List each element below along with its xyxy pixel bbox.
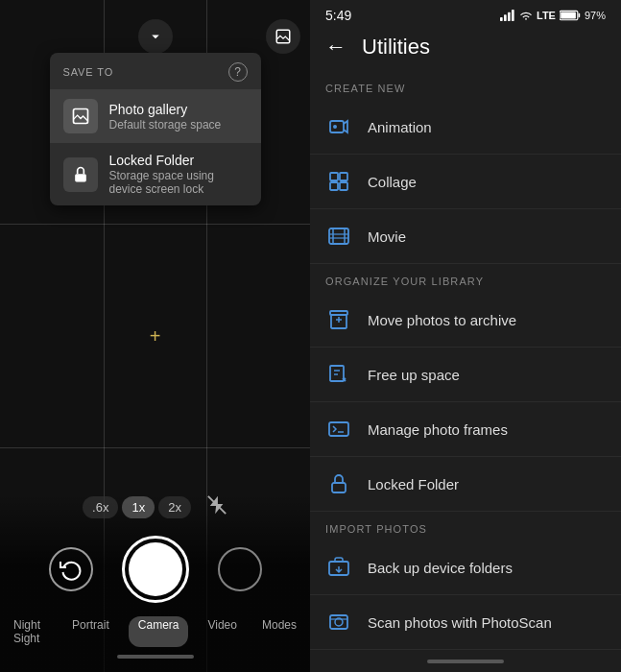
locked-folder-icon (63, 157, 98, 192)
zoom-1x-btn[interactable]: 1x (122, 496, 155, 518)
utility-movie[interactable]: Movie (310, 209, 621, 264)
camera-viewfinder: + (0, 0, 310, 672)
utility-archive[interactable]: Move photos to archive (310, 293, 621, 348)
shutter-button[interactable] (122, 536, 189, 603)
rotate-btn[interactable] (49, 547, 93, 591)
utilities-header: ← Utilities (310, 27, 621, 71)
utility-animation[interactable]: Animation (310, 100, 621, 155)
locked-label: Locked Folder (368, 476, 459, 492)
section-create-new-label: CREATE NEW (310, 71, 621, 100)
save-to-header: SAVE TO ? (50, 53, 261, 89)
svg-point-12 (333, 125, 337, 129)
section-organize-label: ORGANIZE YOUR LIBRARY (310, 264, 621, 293)
photoscan-label: Scan photos with PhotoScan (368, 614, 552, 631)
animation-icon (325, 113, 352, 140)
collage-label: Collage (368, 174, 417, 190)
mode-portrait[interactable]: Portrait (66, 616, 115, 647)
save-to-dropdown: SAVE TO ? Photo gallery Default storage … (50, 53, 261, 205)
shutter-inner (129, 542, 182, 596)
save-to-help-btn[interactable]: ? (228, 62, 248, 82)
utilities-title: Utilities (362, 35, 430, 60)
camera-bottom: .6x 1x 2x (0, 494, 310, 672)
svg-rect-4 (500, 17, 503, 21)
flash-off-icon[interactable] (206, 494, 227, 520)
svg-rect-28 (330, 615, 347, 629)
svg-rect-5 (504, 14, 507, 21)
utility-freeup[interactable]: Free up space (310, 348, 621, 402)
back-button[interactable]: ← (325, 36, 346, 58)
backup-label: Back up device folders (368, 560, 513, 576)
utility-collage[interactable]: Collage (310, 155, 621, 209)
svg-rect-6 (508, 12, 511, 21)
section-import-label: IMPORT PHOTOS (310, 512, 621, 540)
utility-locked[interactable]: Locked Folder (310, 457, 621, 512)
svg-rect-15 (330, 182, 338, 190)
frames-icon (325, 416, 352, 443)
circle-btn[interactable] (218, 547, 262, 591)
collage-icon (325, 168, 352, 195)
utilities-panel: 5:49 LTE 97% ← (310, 0, 621, 672)
movie-icon (325, 223, 352, 250)
svg-rect-13 (330, 173, 338, 180)
status-icons: LTE 97% (500, 10, 606, 21)
svg-rect-1 (73, 109, 87, 124)
status-bar: 5:49 LTE 97% (310, 0, 621, 27)
backup-icon (325, 554, 352, 581)
save-to-title: SAVE TO (63, 66, 114, 78)
svg-rect-25 (329, 422, 348, 436)
utility-backup[interactable]: Back up device folders (310, 540, 621, 595)
wifi-icon (519, 10, 533, 21)
archive-icon (325, 306, 352, 333)
crosshair: + (150, 326, 161, 346)
freeup-label: Free up space (368, 367, 460, 383)
archive-label: Move photos to archive (368, 312, 516, 328)
utility-photoscan[interactable]: Scan photos with PhotoScan (310, 595, 621, 650)
home-indicator-left (117, 655, 194, 659)
zoom-06x-btn[interactable]: .6x (83, 496, 118, 518)
utility-frames[interactable]: Manage photo frames (310, 402, 621, 457)
lte-label: LTE (537, 10, 556, 21)
mode-video[interactable]: Video (202, 616, 242, 647)
save-to-locked-folder[interactable]: Locked Folder Storage space using device… (50, 143, 261, 205)
svg-rect-9 (579, 13, 581, 18)
svg-rect-24 (330, 366, 344, 381)
camera-dropdown-btn[interactable] (138, 19, 173, 54)
zoom-2x-btn[interactable]: 2x (158, 496, 191, 518)
signal-icon (500, 10, 515, 21)
svg-rect-10 (561, 12, 576, 18)
locked-icon (325, 470, 352, 497)
shutter-row (0, 536, 310, 603)
gallery-thumbnail-btn[interactable] (266, 19, 300, 54)
svg-rect-7 (512, 10, 514, 21)
svg-rect-26 (332, 483, 346, 492)
svg-rect-16 (340, 182, 347, 190)
svg-rect-17 (329, 228, 348, 244)
svg-rect-14 (340, 173, 347, 180)
animation-label: Animation (368, 119, 432, 135)
svg-rect-0 (276, 30, 290, 43)
zoom-controls: .6x 1x 2x (0, 494, 310, 520)
svg-rect-2 (75, 174, 86, 181)
save-to-photo-gallery[interactable]: Photo gallery Default storage space (50, 89, 261, 143)
camera-modes: Night Sight Portrait Camera Video Modes (0, 616, 310, 647)
frames-label: Manage photo frames (368, 421, 508, 438)
mode-modes[interactable]: Modes (256, 616, 302, 647)
photoscan-icon (325, 609, 352, 636)
locked-folder-text: Locked Folder Storage space using device… (109, 153, 248, 196)
home-indicator-right (427, 660, 504, 663)
mode-night-sight[interactable]: Night Sight (8, 616, 53, 647)
photo-gallery-icon (63, 99, 98, 133)
battery-percent: 97% (585, 10, 606, 21)
mode-camera[interactable]: Camera (129, 616, 189, 647)
photo-gallery-text: Photo gallery Default storage space (109, 102, 222, 132)
freeup-icon (325, 361, 352, 388)
movie-label: Movie (368, 228, 406, 245)
battery-icon (560, 10, 581, 21)
camera-panel: + (0, 0, 310, 672)
status-time: 5:49 (325, 8, 351, 23)
